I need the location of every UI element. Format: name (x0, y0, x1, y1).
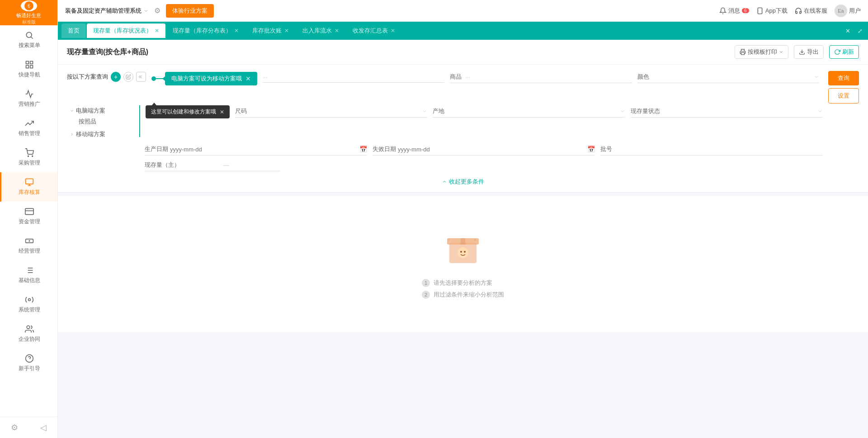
stock-qty-dash: — (223, 162, 229, 169)
notification-label: 消息 (728, 7, 740, 15)
sidebar-bottom: ⚙ ◁ (0, 417, 57, 438)
tab-batch-account-close[interactable]: ✕ (284, 28, 289, 34)
main-content: ✦ ✦ 1 请先选择要分析的方案 2 用过滤条件来缩小分析范围 (58, 196, 868, 332)
stock-qty-max[interactable] (233, 162, 269, 169)
notification-icon (719, 7, 726, 14)
tab-inventory-status[interactable]: 现存量（库存状况表） ✕ (87, 24, 165, 38)
filter-fields-grid: 尺码 产地 现存量状态 (235, 105, 823, 118)
color-dropdown-icon[interactable] (814, 74, 819, 80)
add-scenario-btn[interactable]: + (111, 72, 121, 82)
desktop-scenario-item-1[interactable]: 按照品 (76, 116, 136, 127)
step-1-text: 请先选择要分析的方案 (434, 279, 492, 287)
tab-bar-actions: ✕ ⤢ (844, 26, 864, 36)
system-name: 装备及固定资产辅助管理系统 (65, 7, 142, 15)
user-item[interactable]: Ea 用户 (835, 5, 861, 17)
tab-batch-account[interactable]: 库存批次账 ✕ (246, 24, 295, 38)
sidebar-item-system[interactable]: 系统管理 (0, 290, 57, 319)
sidebar-item-marketing[interactable]: 营销推广 (0, 84, 57, 113)
expire-date-input[interactable] (398, 146, 585, 153)
tab-inout-flow[interactable]: 出入库流水 ✕ (296, 24, 345, 38)
btn-group: 查询 设置 (828, 71, 859, 104)
sidebar-item-guide[interactable]: 新手引导 (0, 349, 57, 378)
expire-date-calendar-icon[interactable]: 📅 (587, 146, 595, 153)
color-label: 颜色 (637, 73, 651, 81)
tab-home-label: 首页 (68, 27, 80, 35)
settings-header-icon[interactable]: ⚙ (154, 6, 160, 15)
tab-inventory-dist-close[interactable]: ✕ (234, 28, 239, 34)
filter-row4: 现存量（主） — (67, 159, 859, 171)
stock-qty-min[interactable] (184, 162, 220, 169)
expire-date-label: 失效日期 (373, 145, 396, 153)
tab-expand-btn[interactable]: ⤢ (856, 26, 864, 36)
industry-btn[interactable]: 体验行业方案 (166, 4, 214, 18)
template-print-btn[interactable]: 按模板打印 (735, 45, 788, 59)
main-area: 装备及固定资产辅助管理系统 ⚙ 体验行业方案 消息 6 App下载 在线客服 (58, 0, 868, 438)
sidebar-item-operations[interactable]: 经营管理 (0, 231, 57, 260)
tab-close-all-btn[interactable]: ✕ (844, 26, 852, 36)
app-download-label: App下载 (765, 7, 788, 15)
svg-line-3 (31, 37, 33, 39)
prod-date-input[interactable] (170, 146, 358, 153)
svg-point-23 (27, 326, 30, 329)
nav-sales-label: 销售管理 (19, 130, 40, 137)
origin-label: 产地 (433, 107, 446, 115)
collapse-label: 收起更多条件 (449, 178, 484, 186)
svg-rect-26 (758, 8, 762, 14)
prod-date-calendar-icon[interactable]: 📅 (359, 146, 367, 153)
origin-dropdown-icon[interactable] (620, 108, 625, 114)
export-btn[interactable]: 导出 (794, 45, 824, 59)
desktop-scenario-label: 电脑端方案 (76, 107, 105, 115)
back-btn[interactable] (136, 72, 146, 82)
tab-batch-account-label: 库存批次账 (252, 27, 282, 35)
tab-inventory-dist[interactable]: 现存量（库存分布表） ✕ (166, 24, 245, 38)
empty-steps: 1 请先选择要分析的方案 2 用过滤条件来缩小分析范围 (422, 279, 504, 299)
batch-no-input[interactable] (616, 146, 823, 153)
edit-tooltip-close[interactable]: ✕ (220, 109, 224, 115)
export-icon (799, 49, 805, 55)
refresh-btn[interactable]: 刷新 (829, 45, 859, 59)
brand-version: 标准版 (22, 19, 36, 25)
svg-point-34 (460, 251, 462, 253)
empty-svg: ✦ ✦ (440, 229, 486, 270)
system-name-selector[interactable]: 装备及固定资产辅助管理系统 (65, 7, 149, 15)
svg-point-2 (26, 32, 32, 38)
tab-home[interactable]: 首页 (61, 24, 86, 38)
sidebar-item-quicknav[interactable]: 快捷导航 (0, 55, 57, 84)
size-dropdown-icon[interactable] (422, 108, 427, 114)
tab-inout-flow-close[interactable]: ✕ (335, 28, 339, 34)
warehouse-dots[interactable]: ··· (263, 74, 268, 80)
sidebar-item-enterprise[interactable]: 企业协同 (0, 319, 57, 349)
tab-inventory-status-close[interactable]: ✕ (155, 28, 159, 34)
svg-point-8 (28, 156, 29, 157)
sidebar-item-sales[interactable]: 销售管理 (0, 113, 57, 143)
sidebar-item-purchase[interactable]: 采购管理 (0, 143, 57, 172)
filter-label: 按以下方案查询 (67, 73, 108, 81)
stock-status-dropdown-icon[interactable] (817, 108, 823, 114)
mobile-scenario-header[interactable]: 移动端方案 (67, 129, 136, 140)
notification-item[interactable]: 消息 6 (719, 7, 749, 15)
svg-text:✦: ✦ (447, 237, 450, 241)
collapse-icon[interactable]: ◁ (40, 423, 47, 433)
query-btn[interactable]: 查询 (828, 71, 859, 85)
avatar-text: Ea (838, 8, 844, 14)
desktop-scenario-header[interactable]: 电脑端方案 (67, 105, 136, 116)
avatar: Ea (835, 5, 847, 17)
sidebar-item-search[interactable]: 搜索菜单 (0, 25, 57, 55)
online-service-label: 在线客服 (804, 7, 827, 15)
scenario-tooltip-close[interactable]: ✕ (245, 75, 251, 82)
app-download-item[interactable]: App下载 (756, 7, 788, 15)
empty-img: ✦ ✦ (440, 229, 486, 270)
tab-collect-summary-close[interactable]: ✕ (391, 28, 395, 34)
sidebar-item-inventory[interactable]: 库存核算 (0, 172, 57, 202)
tab-collect-summary[interactable]: 收发存汇总表 ✕ (346, 24, 401, 38)
sidebar-item-finance[interactable]: 资金管理 (0, 202, 57, 231)
edit-scenario-btn[interactable] (123, 72, 133, 82)
sidebar-item-basic[interactable]: 基础信息 (0, 260, 57, 290)
stock-status-label: 现存量状态 (631, 107, 662, 115)
goods-dots[interactable]: ··· (465, 74, 470, 80)
collapse-row[interactable]: 收起更多条件 (67, 175, 859, 188)
prod-date-label: 生产日期 (145, 145, 168, 153)
online-service-item[interactable]: 在线客服 (795, 7, 827, 15)
settings-icon[interactable]: ⚙ (11, 423, 18, 433)
setup-btn[interactable]: 设置 (828, 88, 859, 104)
